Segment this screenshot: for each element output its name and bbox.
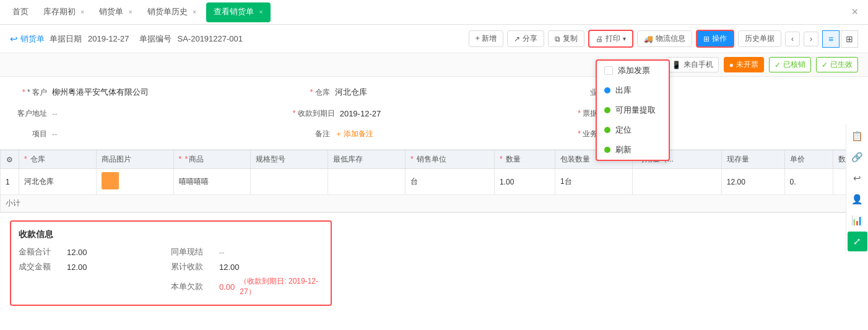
doc-header: ↩ 销货单 单据日期 2019-12-27 单据编号 SA-20191227-0… (0, 25, 868, 53)
cumulative-label: 累计收款 (171, 261, 214, 272)
sidebar-expand-icon[interactable]: ⤢ (848, 232, 867, 251)
cumulative-item: 累计收款 12.00 (171, 261, 323, 272)
note-row: 备注 ＋ 添加备注 (293, 126, 576, 142)
doc-type-badge: ↩ 销货单 (10, 33, 45, 45)
due-date-label: * 收款到期日 (293, 108, 335, 119)
tab-view-sales[interactable]: 查看销货单 × (206, 2, 270, 22)
due-date-row: * 收款到期日 2019-12-27 (293, 105, 576, 121)
amount-total-value: 12.00 (67, 248, 87, 257)
sidebar-back-icon[interactable]: ↩ (848, 168, 867, 188)
tab-view-close[interactable]: × (259, 8, 263, 15)
deal-amount-item: 成交金额 12.00 (19, 261, 171, 272)
deal-amount-label: 成交金额 (19, 261, 62, 272)
same-order-value: -- (219, 248, 225, 257)
row-product: 嘻嘻嘻嘻 (173, 169, 251, 195)
tab-sales-order[interactable]: 销货单 × (92, 0, 139, 25)
op-row: 📱 来自手机 ● 未开票 ✓ 已核销 ✓ 已生效 (0, 53, 868, 77)
address-row: 客户地址 -- (10, 105, 293, 121)
project-value: -- (52, 129, 58, 139)
print-dropdown-icon: ▾ (623, 35, 626, 42)
subtotal-row: 小计 (1, 195, 868, 212)
row-price: 0. (784, 169, 833, 195)
grid-view-button[interactable]: ⊞ (841, 30, 858, 48)
subtotal-label: 小计 (1, 195, 868, 212)
sidebar-user-icon[interactable]: 👤 (848, 189, 867, 209)
refresh-item[interactable]: 刷新 (597, 140, 669, 160)
take-effect-button[interactable]: ✓ 已生效 (816, 57, 858, 72)
add-note-button[interactable]: ＋ 添加备注 (335, 129, 373, 139)
tab-inventory-close[interactable]: × (80, 8, 84, 15)
sidebar-chart-icon[interactable]: 📊 (848, 211, 867, 230)
deal-amount-value: 12.00 (67, 263, 87, 272)
list-view-button[interactable]: ≡ (822, 30, 840, 48)
toolbar: + 新增 ↗ 分享 ⧉ 复制 🖨 打印 ▾ 🚚 物流信息 (469, 30, 858, 48)
refresh-label: 刷新 (615, 144, 631, 155)
print-button[interactable]: 🖨 打印 ▾ (588, 30, 633, 48)
logistics-button[interactable]: 🚚 物流信息 (637, 30, 692, 47)
locate-item[interactable]: 定位 (597, 120, 669, 140)
amount-total-item: 金额合计 12.00 (19, 246, 171, 258)
from-phone-button[interactable]: 📱 来自手机 (666, 57, 719, 72)
col-qty: * 数量 (495, 150, 555, 169)
effect-icon: ✓ (822, 61, 828, 69)
next-button[interactable]: › (804, 32, 818, 46)
print-icon: 🖨 (596, 35, 603, 43)
outbound-label: 出库 (615, 85, 631, 96)
col-min-stock: 最低库存 (328, 150, 406, 169)
sidebar-copy-icon[interactable]: 📋 (848, 126, 867, 146)
right-sidebar: 📋 🔗 ↩ 👤 📊 ⤢ (846, 124, 868, 254)
row-min-stock (328, 169, 406, 195)
col-product-img: 商品图片 (96, 150, 173, 169)
plus-icon: ＋ (335, 129, 342, 139)
prev-button[interactable]: ‹ (785, 32, 800, 46)
history-button[interactable]: 历史单据 (738, 30, 781, 47)
operation-button[interactable]: ⊞ 操作 (696, 30, 734, 48)
tab-home-label: 首页 (12, 6, 28, 17)
not-open-button[interactable]: ● 未开票 (724, 57, 764, 72)
locate-label: 定位 (615, 124, 631, 136)
window-close-button[interactable]: × (846, 6, 863, 19)
col-product: * *商品 (173, 150, 251, 169)
confirm-button[interactable]: ✓ 已核销 (769, 57, 811, 72)
customer-label: * * 客户 (10, 87, 47, 98)
add-invoice-label: 添加发票 (618, 65, 650, 76)
share-button[interactable]: ↗ 分享 (507, 30, 544, 47)
phone-icon: 📱 (672, 61, 681, 69)
tab-sales-label: 销货单 (99, 6, 123, 17)
product-table: ⚙ * 仓库 商品图片 * *商品 规格型号 最低库存 * 销售单位 * 数量 … (0, 150, 868, 212)
date-label: 单据日期 (50, 33, 82, 45)
tab-view-label: 查看销货单 (214, 6, 254, 17)
copy-button[interactable]: ⧉ 复制 (548, 30, 584, 47)
new-button[interactable]: + 新增 (469, 30, 503, 47)
customer-value: 柳州粤港平安气体有限公司 (52, 87, 149, 98)
row-stock: 12.00 (721, 169, 784, 195)
doc-title-area: ↩ 销货单 单据日期 2019-12-27 单据编号 SA-20191227-0… (10, 33, 461, 45)
no-value: SA-20191227-001 (178, 34, 243, 43)
customer-row: * * 客户 柳州粤港平安气体有限公司 (10, 84, 293, 100)
row-pkg-qty: 1台 (555, 169, 632, 195)
warehouse-label: * 仓库 (293, 87, 330, 98)
payment-grid: 金额合计 12.00 同单现结 -- 成交金额 12.00 累计收款 12.00… (19, 246, 323, 297)
tab-sales-close[interactable]: × (128, 8, 132, 15)
row-spec (251, 169, 328, 195)
quantity-extract-label: 可用量提取 (615, 105, 656, 116)
quantity-extract-item[interactable]: 可用量提取 (597, 100, 669, 120)
col-setting[interactable]: ⚙ (1, 150, 19, 169)
tab-history-close[interactable]: × (193, 8, 196, 15)
amount-total-label: 金额合计 (19, 246, 62, 258)
sidebar-link-icon[interactable]: 🔗 (848, 147, 867, 167)
tab-inventory-init[interactable]: 库存期初 × (36, 0, 92, 25)
payment-title: 收款信息 (19, 229, 323, 240)
address-label: 客户地址 (10, 108, 47, 119)
due-note: （收款到期日: 2019-12-27） (240, 276, 323, 297)
col-price: 单价 (784, 150, 833, 169)
col-stock: 现存量 (721, 150, 784, 169)
project-label: 项目 (10, 129, 47, 139)
col-warehouse: * 仓库 (19, 150, 97, 169)
tab-home[interactable]: 首页 (5, 0, 36, 25)
tab-sales-history[interactable]: 销货单历史 × (140, 0, 204, 25)
add-invoice-item[interactable]: 添加发票 (597, 61, 669, 80)
copy-icon: ⧉ (555, 35, 560, 43)
truck-icon: 🚚 (644, 35, 653, 43)
outbound-item[interactable]: 出库 (597, 80, 669, 100)
